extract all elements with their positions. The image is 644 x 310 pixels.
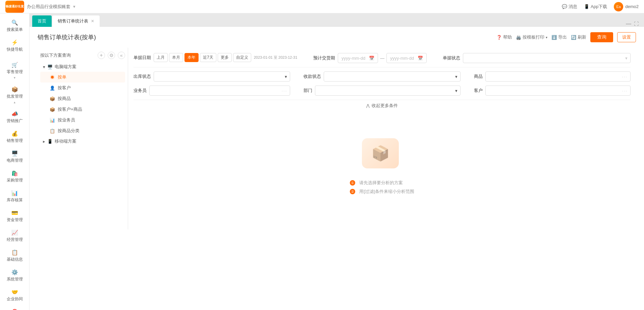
help-btn[interactable]: ❓ 帮助	[496, 34, 512, 40]
period-btn-custom[interactable]: 自定义	[233, 53, 251, 62]
purchase-icon: 🛍️	[11, 170, 18, 176]
scheme-item-by-category[interactable]: 📋 按商品分类	[40, 125, 125, 136]
newbie-icon: 🎯	[11, 309, 18, 310]
collapse-panel-btn[interactable]: «	[118, 52, 125, 59]
sidebar-item-basic[interactable]: 📋 基础信息	[0, 246, 29, 266]
pc-group-arrow: ▾	[43, 64, 45, 69]
sidebar-item-retail[interactable]: 🛒 零售管理 ▾	[0, 58, 29, 83]
calendar-start-icon[interactable]: 📅	[369, 56, 374, 61]
query-button[interactable]: 查询	[590, 32, 613, 42]
date-range-display: 2023-01-01 至 2023-12-31	[254, 55, 298, 60]
period-btn-this-month[interactable]: 本月	[169, 53, 183, 62]
sidebar-item-finance[interactable]: 💳 资金管理	[0, 206, 29, 226]
export-btn[interactable]: ⬇️ 导出	[551, 34, 567, 40]
status-group: 单据状态 ▾	[443, 53, 631, 63]
edit-scheme-btn[interactable]: ⚙	[108, 52, 115, 59]
user-avatar: Ea	[614, 2, 623, 11]
ecommerce-icon: 🖥️	[11, 150, 18, 157]
scheme-item-by-order[interactable]: 按单	[40, 72, 125, 83]
date-range-separator: —	[380, 56, 384, 61]
user-area[interactable]: Ea demo2	[614, 2, 639, 11]
sidebar-item-wholesale[interactable]: 📦 批发管理 ▴	[0, 83, 29, 107]
breadcrumb-text: 办公用品行业模拟账套	[27, 4, 70, 10]
empty-state: 📦 ① 请先选择要分析的方案 ② 用[过滤]条件来缩小分析范围	[133, 111, 631, 224]
delivery-select[interactable]: ▾	[154, 71, 290, 82]
sidebar-shortcut[interactable]: ⚡ 快捷导航	[0, 36, 29, 56]
sidebar-search[interactable]: 🔍 搜索菜单	[0, 16, 29, 36]
query-layout: 按以下方案查询 + ⚙ « ▾ 🖥️ 电脑端方案	[38, 48, 636, 229]
refresh-btn[interactable]: 🔄 刷新	[571, 34, 586, 40]
app-download-btn[interactable]: 📱 App下载	[584, 4, 607, 10]
sidebar-item-sales[interactable]: 💰 销售管理	[0, 127, 29, 147]
breadcrumb-dropdown-icon[interactable]: ▾	[73, 4, 75, 9]
salesperson-group: 业务员 ···	[133, 86, 290, 96]
collapse-icon: ⋀	[366, 103, 370, 108]
by-salesperson-label: 按业务员	[58, 117, 75, 123]
wholesale-arrow: ▴	[14, 100, 15, 104]
empty-illustration: 📦	[362, 138, 402, 172]
status-dropdown-icon: ▾	[625, 56, 628, 61]
date-filter-group: 单据日期 上月 本月 本年 近7天 更多 自定义 2023-01-01 至 20…	[133, 53, 297, 62]
add-scheme-btn[interactable]: +	[98, 52, 105, 59]
minimize-icon[interactable]: —	[626, 21, 631, 27]
department-select[interactable]: ▾	[315, 86, 460, 96]
forecast-start-input[interactable]: yyyy-mm-dd 📅	[338, 53, 378, 63]
by-salesperson-icon: 📊	[50, 117, 55, 123]
calendar-end-icon[interactable]: 📅	[418, 56, 423, 61]
maximize-icon[interactable]: ⛶	[634, 21, 639, 27]
collapse-label: 收起更多条件	[372, 103, 398, 109]
export-icon: ⬇️	[551, 35, 557, 40]
date-label: 单据日期	[133, 55, 151, 61]
period-buttons: 上月 本月 本年 近7天 更多 自定义	[154, 53, 251, 62]
forecast-end-input[interactable]: yyyy-mm-dd 📅	[386, 53, 427, 63]
page-actions: ❓ 帮助 🖨️ 按模板打印 ▾ ⬇️ 导出 🔄 刷新	[496, 32, 636, 42]
scheme-item-by-customer-product[interactable]: 📦 按客户+商品	[40, 104, 125, 115]
sidebar-item-purchase[interactable]: 🛍️ 采购管理	[0, 167, 29, 187]
scheme-item-by-salesperson[interactable]: 📊 按业务员	[40, 115, 125, 125]
sidebar-item-system[interactable]: ⚙️ 系统管理	[0, 266, 29, 286]
setting-button[interactable]: 设置	[617, 32, 636, 42]
shortcut-icon: ⚡	[11, 39, 18, 46]
period-btn-last-month[interactable]: 上月	[154, 53, 168, 62]
salesperson-input[interactable]: ···	[149, 86, 290, 96]
breadcrumb-area: 办公用品行业模拟账套 ▾	[27, 4, 75, 10]
customer-input[interactable]: ···	[485, 86, 631, 96]
sidebar-item-ecommerce[interactable]: 🖥️ 电商管理	[0, 147, 29, 167]
delivery-group: 出库状态 ▾	[133, 71, 290, 82]
payment-dropdown-icon: ▾	[455, 74, 458, 79]
tab-home[interactable]: 首页	[32, 15, 52, 27]
sidebar-item-inventory[interactable]: 📊 库存核算	[0, 187, 29, 206]
salesperson-label: 业务员	[133, 88, 147, 94]
sidebar-item-marketing[interactable]: 📣 营销推广	[0, 107, 29, 127]
scheme-group-mobile-title[interactable]: ▸ 📱 移动端方案	[40, 136, 125, 146]
svg-point-1	[51, 76, 54, 79]
by-customer-icon: 👤	[50, 85, 55, 91]
customer-dots-icon: ···	[622, 88, 628, 93]
goods-input[interactable]: ···	[485, 71, 631, 82]
filter-row-1: 单据日期 上月 本月 本年 近7天 更多 自定义 2023-01-01 至 20…	[133, 53, 631, 63]
sidebar-item-operation[interactable]: 📈 经营管理	[0, 226, 29, 246]
scheme-item-by-product[interactable]: 📦 按商品	[40, 93, 125, 104]
tip1-text: 请先选择要分析的方案	[359, 180, 403, 186]
status-select[interactable]: ▾	[463, 53, 631, 63]
period-btn-more[interactable]: 更多	[218, 53, 232, 62]
tab-close-icon[interactable]: ✕	[91, 19, 94, 23]
message-btn[interactable]: 💬 消息	[562, 4, 577, 10]
scheme-group-pc-title[interactable]: ▾ 🖥️ 电脑端方案	[40, 62, 125, 72]
filter-row-3: 业务员 ··· 部门 ▾	[133, 86, 631, 96]
scheme-item-by-customer[interactable]: 👤 按客户	[40, 83, 125, 93]
payment-select[interactable]: ▾	[324, 71, 460, 82]
content-area: 首页 销售订单统计表 ✕ — ⛶ 销售订单统计表(按单) ❓ 帮助	[30, 13, 644, 310]
collapse-row[interactable]: ⋀ 收起更多条件	[133, 100, 631, 111]
by-product-icon: 📦	[50, 96, 55, 101]
enterprise-icon: 🤝	[11, 289, 18, 295]
mobile-group-label: 移动端方案	[55, 138, 76, 144]
period-btn-this-year[interactable]: 本年	[184, 53, 199, 62]
sidebar-item-newbie[interactable]: 🎯 新手引导	[0, 305, 29, 310]
print-btn[interactable]: 🖨️ 按模板打印 ▾	[516, 34, 547, 40]
department-dropdown-icon: ▾	[455, 88, 458, 93]
tab-sales-order-stat[interactable]: 销售订单统计表 ✕	[52, 15, 100, 27]
period-btn-last-7-days[interactable]: 近7天	[200, 53, 216, 62]
delivery-label: 出库状态	[133, 73, 151, 80]
sidebar-item-enterprise[interactable]: 🤝 企业协同	[0, 286, 29, 305]
